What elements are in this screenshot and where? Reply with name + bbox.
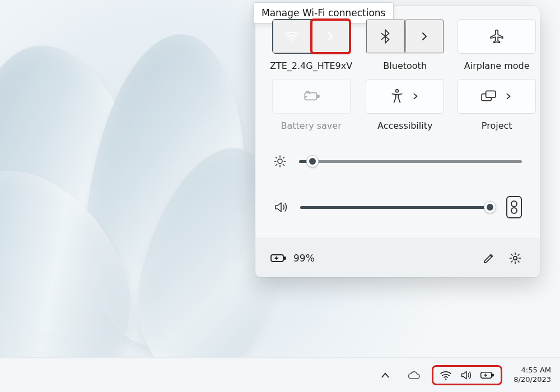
brightness-icon: [273, 155, 287, 168]
wifi-toggle-button[interactable]: [273, 20, 311, 53]
chevron-right-icon: [420, 32, 429, 41]
onedrive-tray-button[interactable]: [404, 367, 424, 384]
taskbar: 4:55 AM 8/20/2023: [0, 357, 560, 392]
svg-point-3: [396, 90, 399, 92]
battery-percentage: 99%: [293, 253, 315, 264]
gear-icon: [508, 251, 522, 265]
taskbar-date: 8/20/2023: [514, 375, 551, 385]
svg-rect-12: [492, 374, 494, 376]
chevron-up-icon: [380, 370, 390, 380]
brightness-thumb[interactable]: [306, 155, 319, 167]
bluetooth-manage-button[interactable]: [405, 20, 444, 53]
brightness-slider-row: [273, 155, 522, 168]
bluetooth-toggle-button[interactable]: [366, 20, 405, 53]
accessibility-icon: [390, 89, 404, 104]
chevron-right-icon: [325, 31, 335, 41]
airplane-icon: [489, 29, 505, 44]
quick-settings-tiles: ZTE_2.4G_HTE9xV Bluetooth: [270, 19, 525, 131]
svg-point-0: [291, 40, 293, 42]
settings-button[interactable]: [505, 248, 525, 268]
battery-saver-tile[interactable]: [272, 79, 351, 114]
project-tile-label: Project: [482, 120, 512, 131]
svg-point-10: [445, 378, 447, 380]
battery-saver-tile-label: Battery saver: [281, 120, 341, 131]
battery-status-icon: [270, 253, 287, 264]
quick-settings-footer: 99%: [255, 239, 540, 277]
accessibility-tile[interactable]: [366, 79, 444, 114]
pencil-icon: [483, 252, 495, 264]
airplane-tile-label: Airplane mode: [464, 60, 530, 71]
project-icon: [481, 90, 497, 102]
svg-rect-8: [284, 257, 286, 259]
taskbar-clock[interactable]: 4:55 AM 8/20/2023: [514, 366, 551, 385]
brightness-slider[interactable]: [299, 160, 522, 163]
svg-rect-2: [317, 95, 319, 97]
volume-slider[interactable]: [300, 206, 494, 209]
battery-tray-icon: [480, 370, 494, 380]
chevron-right-icon: [412, 92, 419, 100]
taskbar-time: 4:55 AM: [514, 366, 551, 375]
bluetooth-icon: [380, 29, 391, 44]
bluetooth-tile-label: Bluetooth: [383, 60, 427, 71]
volume-tray-icon: [460, 370, 472, 381]
volume-slider-row: [273, 196, 522, 218]
wifi-tile: [272, 19, 351, 54]
chevron-right-icon: [505, 92, 512, 100]
wifi-manage-button[interactable]: [311, 20, 350, 53]
airplane-mode-tile[interactable]: [458, 19, 536, 54]
quick-settings-flyout: Manage Wi-Fi connections ZTE_2.4G_HTE9xV: [255, 6, 540, 277]
svg-point-9: [514, 256, 517, 260]
volume-thumb[interactable]: [484, 201, 496, 213]
battery-saver-icon: [302, 90, 320, 102]
svg-rect-5: [486, 91, 496, 97]
wifi-tile-label: ZTE_2.4G_HTE9xV: [270, 60, 352, 71]
wifi-icon: [284, 30, 300, 43]
edit-quick-settings-button[interactable]: [479, 249, 498, 268]
cloud-icon: [407, 370, 421, 380]
wifi-tray-icon: [440, 370, 452, 380]
tray-overflow-button[interactable]: [377, 367, 394, 384]
svg-point-6: [278, 159, 282, 164]
audio-output-button[interactable]: [506, 196, 522, 218]
system-tray-network-volume-battery[interactable]: [434, 367, 500, 383]
project-tile[interactable]: [458, 79, 536, 114]
accessibility-tile-label: Accessibility: [377, 120, 432, 131]
bluetooth-tile: [366, 19, 444, 54]
volume-icon: [273, 200, 288, 214]
